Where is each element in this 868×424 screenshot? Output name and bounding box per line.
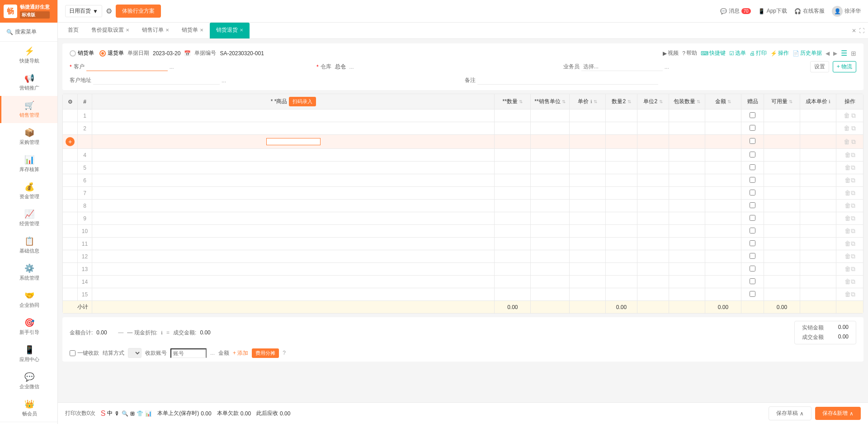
warehouse-dots[interactable]: ... xyxy=(349,64,354,70)
header-settings-icon[interactable]: ⚙ xyxy=(106,7,112,15)
account-dots[interactable]: ... xyxy=(210,350,215,356)
save-draft-button[interactable]: 保存草稿 ∧ xyxy=(769,406,811,420)
calc-method-select[interactable] xyxy=(128,348,142,358)
tab-price-settings-close[interactable]: ✕ xyxy=(126,28,129,33)
row-price-1[interactable] xyxy=(570,110,606,122)
sidebar-item-system[interactable]: ⚙️ 系统管理 xyxy=(0,259,57,286)
delete-icon[interactable]: 🗑 xyxy=(844,151,851,158)
row-product-3[interactable] xyxy=(92,135,495,149)
sidebar-item-guide[interactable]: 🎯 新手引导 xyxy=(0,313,57,340)
address-input[interactable] xyxy=(93,76,220,85)
delete-icon[interactable]: 🗑 xyxy=(844,202,851,209)
user-item[interactable]: 👤 徐泽华 xyxy=(832,6,861,17)
row-unit-2[interactable] xyxy=(531,122,570,135)
add-btn[interactable]: + 添加 xyxy=(233,349,248,357)
calendar-icon[interactable]: 📅 xyxy=(184,50,191,57)
tab-sales-order-close[interactable]: ✕ xyxy=(165,28,169,33)
delete-icon-2[interactable]: 🗑 xyxy=(844,124,850,132)
delete-icon[interactable]: 🗑 xyxy=(844,227,851,234)
copy-icon[interactable]: ⧉ xyxy=(851,240,855,247)
tab-sales-delivery[interactable]: 销货单 ✕ xyxy=(175,23,210,38)
row-gift-3[interactable] xyxy=(741,135,764,149)
copy-icon[interactable]: ⧉ xyxy=(851,164,855,171)
row-qty2-1[interactable] xyxy=(606,110,637,122)
quick-payment-checkbox[interactable] xyxy=(70,350,75,356)
delete-icon[interactable]: 🗑 xyxy=(844,164,851,171)
sidebar-item-wechat[interactable]: 💬 企业微信 xyxy=(0,367,57,395)
amount-sort-icon[interactable]: ⇅ xyxy=(727,99,731,104)
account-input[interactable] xyxy=(170,348,207,358)
copy-icon[interactable]: ⧉ xyxy=(851,176,855,184)
row-avail-3[interactable] xyxy=(764,135,800,149)
row-unit2-2[interactable] xyxy=(637,122,669,135)
row-price-2[interactable] xyxy=(570,122,606,135)
scan-button[interactable]: 扫码录入 xyxy=(289,97,316,106)
tab-home[interactable]: 首页 xyxy=(61,23,85,38)
quick-payment-checkbox-label[interactable]: 一键收款 xyxy=(70,349,99,357)
row-pkg-2[interactable] xyxy=(669,122,705,135)
copy-icon[interactable]: ⧉ xyxy=(851,265,855,272)
delete-icon[interactable]: 🗑 xyxy=(844,214,851,222)
operate-action[interactable]: ⚡ 操作 xyxy=(770,49,789,57)
sidebar-item-operations[interactable]: 📈 经营管理 xyxy=(0,205,57,232)
tab-sales-delivery-close[interactable]: ✕ xyxy=(200,28,203,33)
sidebar-item-member[interactable]: 👑 畅会员 xyxy=(0,395,57,422)
row-amount-2[interactable] xyxy=(705,122,741,135)
remarks-input[interactable] xyxy=(477,76,658,85)
tab-sales-return[interactable]: 销货退货 ✕ xyxy=(210,23,250,38)
nav-prev-icon[interactable]: ◀ xyxy=(826,50,830,57)
sidebar-item-marketing[interactable]: 📢 营销推广 xyxy=(0,69,57,96)
th-settings[interactable]: ⚙ xyxy=(63,94,78,110)
copy-icon[interactable]: ⧉ xyxy=(851,291,855,298)
delete-icon[interactable]: 🗑 xyxy=(844,291,851,298)
help-action[interactable]: ? 帮助 xyxy=(682,49,697,57)
row-product-2[interactable] xyxy=(92,122,495,135)
video-action[interactable]: ▶ 视频 xyxy=(663,49,679,57)
tab-sales-return-close[interactable]: ✕ xyxy=(240,28,243,33)
copy-icon[interactable]: ⧉ xyxy=(851,252,855,260)
sidebar-item-basics[interactable]: 📋 基础信息 xyxy=(0,232,57,259)
qty2-sort-icon[interactable]: ⇅ xyxy=(627,99,631,104)
copy-icon[interactable]: ⧉ xyxy=(851,227,855,234)
row-cost-3[interactable] xyxy=(800,135,836,149)
sidebar-item-enterprise[interactable]: 🤝 企业协同 xyxy=(0,286,57,313)
radio-sales-delivery[interactable]: 销货单 xyxy=(70,49,94,57)
shortcut-action[interactable]: ⌨ 快捷键 xyxy=(701,49,726,57)
address-dots[interactable]: ... xyxy=(222,77,226,84)
price-sort-icon[interactable]: ⇅ xyxy=(594,99,597,104)
radio-return[interactable]: 退货单 xyxy=(99,49,124,57)
customer-input[interactable] xyxy=(86,62,168,71)
sidebar-item-apps[interactable]: 📱 应用中心 xyxy=(0,340,57,367)
tab-more-icon[interactable]: ✕ xyxy=(852,28,856,34)
row-qty-1[interactable] xyxy=(495,110,531,122)
copy-icon-3[interactable]: ⧉ xyxy=(851,138,856,145)
tab-sales-order[interactable]: 销售订单 ✕ xyxy=(136,23,175,38)
row-qty-3[interactable] xyxy=(495,135,531,149)
row-unit2-3[interactable] xyxy=(637,135,669,149)
salesperson-input[interactable] xyxy=(581,62,663,71)
copy-icon[interactable]: ⧉ xyxy=(851,278,855,285)
delete-icon-3[interactable]: 🗑 xyxy=(844,138,850,145)
row-qty-2[interactable] xyxy=(495,122,531,135)
avail-sort-icon[interactable]: ⇅ xyxy=(789,99,793,104)
sidebar-item-quick-nav[interactable]: ⚡ 快捷导航 xyxy=(0,42,57,69)
delete-icon[interactable]: 🗑 xyxy=(844,265,851,272)
tab-price-settings[interactable]: 售价提取设置 ✕ xyxy=(85,23,136,38)
row-qty2-3[interactable] xyxy=(606,135,637,149)
row-qty2-2[interactable] xyxy=(606,122,637,135)
copy-icon-1[interactable]: ⧉ xyxy=(851,112,856,119)
industry-dropdown[interactable]: 日用百货 ▼ xyxy=(65,5,102,17)
delete-icon[interactable]: 🗑 xyxy=(844,252,851,260)
history-action[interactable]: 📄 历史单据 xyxy=(793,49,822,57)
pkg-sort-icon[interactable]: ⇅ xyxy=(697,99,700,104)
grid-view-icon[interactable]: ⊞ xyxy=(851,50,856,57)
print-action[interactable]: 🖨 打印 xyxy=(750,49,767,57)
row-cost-2[interactable] xyxy=(800,122,836,135)
online-service-item[interactable]: 🎧 在线客服 xyxy=(794,7,825,15)
copy-icon[interactable]: ⧉ xyxy=(851,189,855,196)
trial-button[interactable]: 体验行业方案 xyxy=(116,5,161,18)
sidebar-item-inventory[interactable]: 📊 库存核算 xyxy=(0,150,57,177)
customer-dots[interactable]: ... xyxy=(170,64,174,70)
copy-icon-2[interactable]: ⧉ xyxy=(851,124,856,132)
unit2-sort-icon[interactable]: ⇅ xyxy=(659,99,663,104)
